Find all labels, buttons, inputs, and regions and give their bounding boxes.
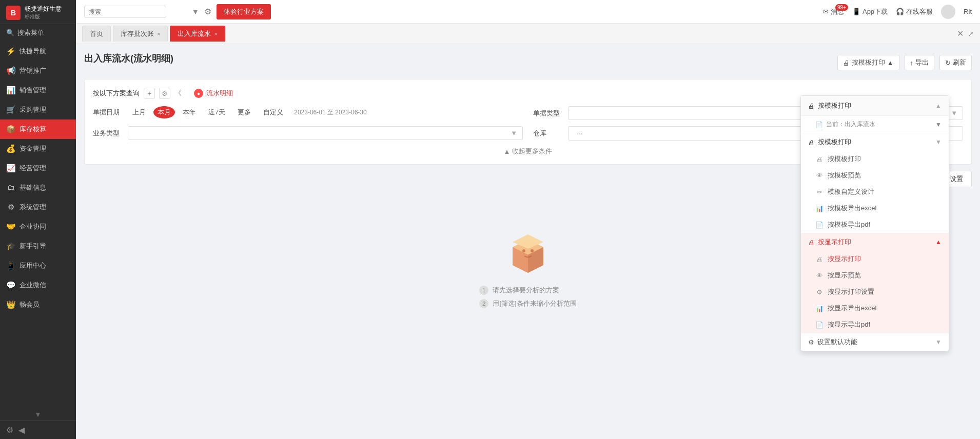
close-tab-button[interactable]: ✕ [957, 29, 964, 38]
collapse-sidebar-icon[interactable]: ◀ [18, 425, 25, 435]
topbar-search-input[interactable] [84, 6, 166, 18]
message-icon: ✉ [823, 8, 829, 15]
sidebar-item-sales[interactable]: 📊 销售管理 [0, 81, 76, 100]
expand-tab-button[interactable]: ⤢ [968, 30, 974, 38]
date-option-current-year[interactable]: 本年 [178, 106, 201, 118]
filter-settings-button[interactable]: ⚙ [159, 88, 170, 99]
basic-icon: 🗂 [6, 183, 15, 192]
dropdown-header: 🖨 按模板打印 ▲ [801, 96, 949, 116]
refresh-button[interactable]: ↻ 刷新 [939, 55, 972, 70]
business-type-select[interactable]: ▼ [128, 126, 523, 140]
printer-icon-dropdown: 🖨 [808, 102, 815, 110]
topbar-online-service[interactable]: 🎧 在线客服 [896, 7, 933, 16]
display-pdf-icon: 📄 [815, 321, 824, 329]
step-number-2: 2 [479, 299, 488, 308]
user-avatar[interactable] [941, 5, 955, 19]
tab-batch[interactable]: 库存批次账 × [113, 26, 168, 42]
topbar-dropdown-arrow[interactable]: ▼ [192, 8, 199, 16]
sidebar-item-inventory[interactable]: 📦 库存核算 [0, 119, 76, 139]
date-options: 上月 本月 本年 近7天 更多 自定义 [128, 106, 288, 118]
dropdown-item-display-print[interactable]: 🖨 按显示打印 [801, 251, 949, 267]
date-option-custom[interactable]: 自定义 [259, 106, 288, 118]
topbar-search-container [84, 6, 187, 18]
export-button[interactable]: ↑ 导出 [905, 55, 935, 70]
display-settings-icon: ⚙ [815, 288, 824, 296]
topbar-message[interactable]: ✉ 消息 99+ [823, 7, 844, 16]
dropdown-item-template-print[interactable]: 🖨 按模板打印 [801, 151, 949, 167]
search-icon: 🔍 [6, 29, 14, 36]
industry-solution-button[interactable]: 体验行业方案 [217, 4, 271, 19]
app-download-icon: 📱 [852, 8, 860, 15]
sidebar-search[interactable]: 🔍 搜索菜单 [0, 24, 76, 42]
sidebar-item-operation[interactable]: 📈 经营管理 [0, 158, 76, 178]
template-print-button[interactable]: 🖨 按模板打印 ▲ [837, 55, 899, 70]
sidebar-item-finance[interactable]: 💰 资金管理 [0, 139, 76, 158]
filter-flow-detail-tag[interactable]: ● [194, 89, 203, 98]
sidebar-item-app-center[interactable]: 📱 应用中心 [0, 256, 76, 275]
sidebar-item-member[interactable]: 👑 畅会员 [0, 295, 76, 314]
filter-collapse-icon[interactable]: 《 [174, 89, 182, 98]
member-icon: 👑 [6, 300, 15, 309]
purchase-icon: 🛒 [6, 105, 15, 114]
dropdown-item-display-settings[interactable]: ⚙ 按显示打印设置 [801, 284, 949, 300]
sidebar-item-purchase[interactable]: 🛒 采购管理 [0, 100, 76, 119]
dropdown-item-template-preview[interactable]: 👁 按模板预览 [801, 167, 949, 184]
dropdown-template-header[interactable]: 🖨 按模板打印 ▼ [801, 133, 949, 151]
sidebar-item-shortcut[interactable]: ⚡ 快捷导航 [0, 42, 76, 61]
sidebar-item-basic[interactable]: 🗂 基础信息 [0, 178, 76, 197]
current-doc-icon: 📄 [815, 121, 823, 128]
filter-add-button[interactable]: + [144, 88, 155, 99]
dropdown-collapse-icon[interactable]: ▲ [935, 102, 942, 110]
warehouse-more-icon[interactable]: ··· [577, 129, 583, 137]
date-option-current-month[interactable]: 本月 [153, 106, 175, 118]
dropdown-display-title: 🖨 按显示打印 [808, 237, 851, 247]
date-option-last-month[interactable]: 上月 [128, 106, 150, 118]
sidebar-item-cooperation[interactable]: 🤝 企业协同 [0, 217, 76, 236]
step-number-1: 1 [479, 286, 488, 295]
svg-point-6 [522, 249, 525, 252]
date-option-more[interactable]: 更多 [233, 106, 256, 118]
tab-home[interactable]: 首页 [82, 26, 111, 42]
dropdown-footer-arrow[interactable]: ▼ [935, 338, 942, 346]
sidebar-item-wechat[interactable]: 💬 企业微信 [0, 275, 76, 295]
topbar-settings-icon[interactable]: ⚙ [204, 7, 211, 16]
tab-batch-close[interactable]: × [157, 31, 160, 37]
tab-flow[interactable]: 出入库流水 × [170, 26, 225, 42]
sidebar-item-system[interactable]: ⚙ 系统管理 [0, 197, 76, 217]
sidebar-scroll-down[interactable]: ▼ [34, 410, 42, 418]
shortcut-icon: ⚡ [6, 47, 15, 56]
collapse-filter-button[interactable]: ▲ 收起更多条件 [504, 147, 553, 156]
tab-flow-close[interactable]: × [214, 31, 217, 37]
marketing-icon: 📢 [6, 66, 15, 75]
template-print-icon: 🖨 [815, 155, 824, 163]
template-pdf-icon: 📄 [815, 221, 824, 229]
dropdown-current-arrow[interactable]: ▼ [935, 121, 942, 128]
sidebar-item-guide[interactable]: 🎓 新手引导 [0, 236, 76, 256]
dropdown-item-template-excel[interactable]: 📊 按模板导出excel [801, 200, 949, 216]
dropdown-section-display: 🖨 按显示打印 ▲ 🖨 按显示打印 👁 按显示预览 ⚙ [801, 233, 949, 333]
date-range-label: 2023-06-01 至 2023-06-30 [294, 108, 366, 117]
dropdown-item-template-pdf[interactable]: 📄 按模板导出pdf [801, 216, 949, 233]
main-content: ▼ ⚙ 体验行业方案 ✉ 消息 99+ 📱 App下载 🎧 在线客服 Rit [76, 0, 980, 439]
dropdown-title: 🖨 按模板打印 [808, 101, 851, 110]
set-default-function-button[interactable]: ⚙ 设置默认功能 [808, 337, 857, 347]
dropdown-item-display-pdf[interactable]: 📄 按显示导出pdf [801, 316, 949, 333]
dropdown-display-header[interactable]: 🖨 按显示打印 ▲ [801, 233, 949, 251]
tabs-bar: 首页 库存批次账 × 出入库流水 × ✕ ⤢ [76, 24, 980, 44]
refresh-icon: ↻ [945, 59, 951, 67]
dropdown-item-template-custom[interactable]: ✏ 模板自定义设计 [801, 184, 949, 200]
service-icon: 🎧 [896, 8, 904, 15]
date-option-7days[interactable]: 近7天 [204, 106, 230, 118]
sidebar-logo: B 畅捷通好生意 标准版 [0, 0, 76, 24]
sidebar-item-marketing[interactable]: 📢 营销推广 [0, 61, 76, 81]
topbar-app-download[interactable]: 📱 App下载 [852, 7, 888, 16]
empty-steps-list: 1 请先选择要分析的方案 2 用[筛选]条件来缩小分析范围 [479, 286, 576, 312]
inventory-icon: 📦 [6, 125, 15, 134]
app-center-icon: 📱 [6, 261, 15, 270]
dropdown-current-row: 📄 当前：出入库流水 ▼ [801, 116, 949, 133]
settings-bottom-icon[interactable]: ⚙ [6, 425, 13, 435]
dropdown-item-display-excel[interactable]: 📊 按显示导出excel [801, 300, 949, 316]
logo-text: 畅捷通好生意 标准版 [25, 5, 62, 21]
topbar: ▼ ⚙ 体验行业方案 ✉ 消息 99+ 📱 App下载 🎧 在线客服 Rit [76, 0, 980, 24]
dropdown-item-display-preview[interactable]: 👁 按显示预览 [801, 267, 949, 284]
